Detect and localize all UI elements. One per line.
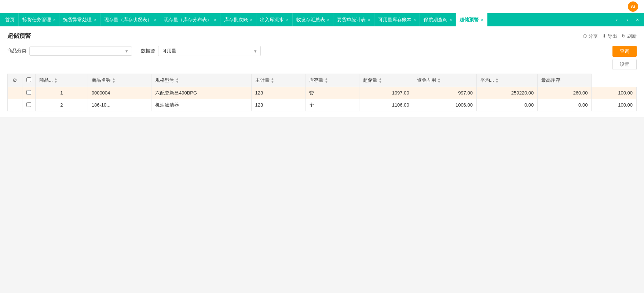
category-label: 商品分类: [7, 48, 26, 54]
nav-item-1[interactable]: 拣货任务管理×: [19, 13, 59, 26]
share-icon: ⬡: [583, 33, 587, 39]
settings-button[interactable]: 设置: [612, 59, 637, 70]
row-spec: 123: [251, 99, 305, 111]
row-checkbox[interactable]: [26, 90, 31, 95]
refresh-icon: ↻: [622, 33, 626, 39]
col-header-capital[interactable]: 资金占用▲▼: [413, 74, 476, 87]
close-icon[interactable]: ×: [327, 18, 329, 22]
row-unit: 套: [305, 87, 359, 99]
col-label-avg: 平均...: [480, 77, 494, 83]
row-max-stock: 100.00: [592, 87, 637, 99]
category-filter: 商品分类 ▾: [7, 47, 132, 56]
category-select[interactable]: ▾: [29, 47, 132, 56]
row-capital: 0.00: [476, 99, 537, 111]
close-icon[interactable]: ×: [94, 18, 96, 22]
page-container: 超储预警 ⬡ 分享 ⬇ 导出 ↻ 刷新 商品分类 ▾: [0, 26, 644, 117]
nav-prev-button[interactable]: ‹: [612, 13, 622, 26]
col-header-stock[interactable]: 库存量▲▼: [305, 74, 359, 87]
row-checkbox[interactable]: [26, 102, 31, 107]
nav-item-label: 超储预警: [460, 16, 479, 23]
nav-arrows: ‹ › ×: [612, 13, 643, 26]
share-action[interactable]: ⬡ 分享: [583, 33, 598, 40]
col-label-unit: 主计量: [255, 77, 270, 83]
gear-icon[interactable]: ⚙: [12, 77, 17, 83]
col-header-max_stock: 最高库存: [538, 74, 592, 87]
nav-item-5[interactable]: 库存批次账×: [220, 13, 256, 26]
datasource-filter: 数据源 可用量 ▾: [141, 46, 261, 56]
close-icon[interactable]: ×: [214, 18, 216, 22]
row-product-code: 186-10...: [88, 99, 151, 111]
datasource-value: 可用量: [162, 48, 176, 54]
sort-icon-unit[interactable]: ▲▼: [271, 77, 274, 84]
share-label: 分享: [588, 33, 598, 40]
nav-item-7[interactable]: 收发存汇总表×: [293, 13, 333, 26]
page-header: 超储预警 ⬡ 分享 ⬇ 导出 ↻ 刷新: [7, 32, 637, 40]
row-gear-cell: [8, 99, 22, 111]
row-avg: 0.00: [538, 99, 592, 111]
col-header-checkbox: [22, 74, 36, 87]
nav-item-10[interactable]: 保质期查询×: [420, 13, 456, 26]
filter-buttons: 查询 设置: [612, 46, 637, 70]
nav-item-3[interactable]: 现存量（库存状况表）×: [100, 13, 160, 26]
sort-icon-capital[interactable]: ▲▼: [438, 77, 441, 84]
export-action[interactable]: ⬇ 导出: [602, 33, 617, 40]
close-icon[interactable]: ×: [414, 18, 416, 22]
nav-item-label: 出入库流水: [260, 16, 284, 23]
col-label-capital: 资金占用: [417, 77, 436, 83]
nav-item-6[interactable]: 出入库流水×: [256, 13, 292, 26]
data-table: ⚙商品...▲▼商品名称▲▼规格型号▲▼主计量▲▼库存量▲▼超储量▲▼资金占用▲…: [7, 74, 637, 111]
col-label-stock: 库存量: [309, 77, 323, 83]
row-over-storage: 997.00: [413, 87, 476, 99]
row-stock: 1097.00: [359, 87, 413, 99]
row-avg: 260.00: [538, 87, 592, 99]
row-product-name: 六配套新昌490BPG: [151, 87, 251, 99]
nav-item-4[interactable]: 现存量（库存分布表）×: [160, 13, 220, 26]
sort-icon-spec[interactable]: ▲▼: [176, 77, 179, 84]
nav-item-label: 要货单统计表: [337, 16, 366, 23]
nav-close-button[interactable]: ×: [632, 13, 643, 26]
export-label: 导出: [608, 33, 617, 40]
col-label-max_stock: 最高库存: [541, 77, 560, 83]
col-header-unit[interactable]: 主计量▲▼: [251, 74, 305, 87]
nav-item-label: 拣货任务管理: [22, 16, 51, 23]
nav-item-label: 首页: [5, 16, 15, 23]
avatar: Ai: [628, 1, 638, 12]
table-row: 2186-10...机油滤清器123个1106.001006.000.000.0…: [8, 99, 637, 111]
refresh-action[interactable]: ↻ 刷新: [622, 33, 637, 40]
close-icon[interactable]: ×: [450, 18, 452, 22]
close-icon[interactable]: ×: [250, 18, 252, 22]
select-all-checkbox[interactable]: [26, 77, 31, 82]
query-button[interactable]: 查询: [612, 46, 637, 57]
close-icon[interactable]: ×: [53, 18, 55, 22]
row-max-stock: 100.00: [592, 99, 637, 111]
close-icon[interactable]: ×: [286, 18, 288, 22]
nav-item-9[interactable]: 可用量库存账本×: [374, 13, 420, 26]
close-icon[interactable]: ×: [154, 18, 156, 22]
refresh-label: 刷新: [627, 33, 637, 40]
close-icon[interactable]: ×: [481, 18, 483, 22]
nav-item-2[interactable]: 拣货异常处理×: [59, 13, 100, 26]
sort-icon-stock[interactable]: ▲▼: [325, 77, 328, 84]
col-header-product_name[interactable]: 商品名称▲▼: [88, 74, 151, 87]
nav-next-button[interactable]: ›: [622, 13, 632, 26]
sort-icon-avg[interactable]: ▲▼: [495, 77, 499, 84]
sort-icon-product_name[interactable]: ▲▼: [112, 77, 116, 84]
col-label-product_name: 商品名称: [92, 77, 111, 83]
row-number: 1: [36, 87, 88, 99]
row-unit: 个: [305, 99, 359, 111]
col-header-product_code[interactable]: 商品...▲▼: [36, 74, 88, 87]
sort-icon-over_storage[interactable]: ▲▼: [379, 77, 382, 84]
sort-icon-product_code[interactable]: ▲▼: [54, 77, 58, 84]
nav-item-0[interactable]: 首页: [1, 13, 19, 26]
col-header-spec[interactable]: 规格型号▲▼: [151, 74, 251, 87]
col-header-avg[interactable]: 平均...▲▼: [476, 74, 537, 87]
row-spec: 123: [251, 87, 305, 99]
close-icon[interactable]: ×: [368, 18, 370, 22]
col-header-gear: ⚙: [8, 74, 22, 87]
datasource-select[interactable]: 可用量 ▾: [158, 46, 261, 56]
page-title: 超储预警: [7, 32, 31, 40]
nav-item-8[interactable]: 要货单统计表×: [333, 13, 374, 26]
nav-item-11[interactable]: 超储预警×: [456, 13, 487, 26]
row-gear-cell: [8, 87, 22, 99]
col-header-over_storage[interactable]: 超储量▲▼: [359, 74, 413, 87]
